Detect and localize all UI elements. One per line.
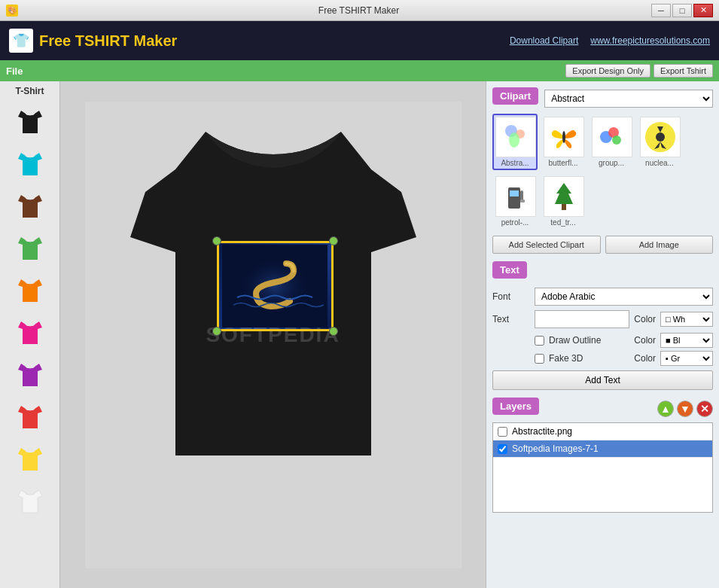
menu-bar: File Export Design Only Export Tshirt [0,60,719,81]
tshirt-color-black[interactable] [8,102,53,140]
export-tshirt-button[interactable]: Export Tshirt [653,64,713,78]
clipart-actions: Add Selected Clipart Add Image [492,236,713,254]
clipart-item-tedtr[interactable]: ted_tr... [541,173,586,230]
clipart-item-group[interactable]: group... [589,114,634,170]
menu-buttons: Export Design Only Export Tshirt [565,64,713,78]
text-section: Text Font Adobe Arabic Arial Times New R… [492,261,713,390]
outline-row: Draw Outline Color ■ Bl □ Wh [492,333,713,348]
maximize-button[interactable]: □ [672,4,692,17]
layer-item-1[interactable]: Abstractite.png [493,423,712,440]
handle-top-left[interactable] [212,236,221,245]
clipart-item-butterfly[interactable]: butterfl... [541,114,586,170]
app-header: 👕 Free TSHIRT Maker Download Clipart www… [0,21,719,60]
svg-point-5 [562,131,565,143]
tshirt-color-red[interactable] [8,398,53,435]
handle-bottom-left[interactable] [212,327,221,336]
outline-color-label: Color [634,335,656,346]
tshirt-color-panel: T-Shirt [0,81,60,588]
clipart-thumb-butterfly [544,117,584,157]
logo-icon: 👕 [9,29,33,53]
clipart-section-header: Clipart [492,87,538,105]
clipart-thumb-nuclear [640,117,681,157]
tshirt-color-yellow[interactable] [8,440,53,477]
website-link[interactable]: www.freepicturesolutions.com [590,35,710,46]
svg-point-10 [656,133,665,142]
export-design-button[interactable]: Export Design Only [565,64,650,78]
clipart-grid: Abstra... butterfl... group... [492,114,713,230]
tshirt-color-purple[interactable] [8,355,53,393]
draw-outline-label: Draw Outline [549,335,629,346]
layer-2-name: Softpedia Images-7-1 [512,443,708,454]
layer-1-checkbox[interactable] [498,427,507,437]
font-label: Font [492,291,530,302]
font-row: Font Adobe Arabic Arial Times New Roman … [492,288,713,306]
clipart-label-tedtr: ted_tr... [544,218,583,227]
layers-section-header: Layers [492,398,539,415]
logo-tshirt: TSHIRT [75,32,129,49]
logo: 👕 Free TSHIRT Maker [9,29,177,53]
fake3d-label: Fake 3D [549,353,629,364]
layer-delete-button[interactable]: ✕ [696,401,713,417]
clipart-label-butterfly: butterfl... [544,159,583,167]
file-menu-label[interactable]: File [6,66,23,77]
clipart-item-abstra[interactable]: Abstra... [492,114,538,170]
layer-controls: ▲ ▼ ✕ [657,401,713,417]
fake3d-checkbox[interactable] [535,354,544,364]
clipart-label-abstra: Abstra... [495,159,535,167]
canvas-area: SOFTPEDIA [60,81,486,588]
logo-free: Free [39,32,75,49]
logo-text: Free TSHIRT Maker [39,32,177,50]
tshirt-color-brown[interactable] [8,187,53,224]
text-section-header: Text [492,261,527,279]
clipart-category-select[interactable]: Abstract Animals Nature Sports Food Trav… [544,90,713,108]
clipart-label-group: group... [592,159,631,167]
clipart-thumb-abstra [495,117,536,157]
outline-color-select[interactable]: ■ Bl □ Wh [660,333,713,348]
layers-header-row: Layers ▲ ▼ ✕ [492,398,713,419]
tshirt-color-green[interactable] [8,229,53,267]
clipart-item-nuclear[interactable]: nuclea... [637,114,682,170]
clipart-item-petrol[interactable]: petrol-... [492,173,538,230]
tshirt-color-orange[interactable] [8,271,53,309]
logo-maker: Maker [129,32,177,49]
text-color-select[interactable]: □ Wh ■ Bl ■ Re [660,312,713,327]
clipart-thumb-group [592,117,632,157]
fake3d-color-label: Color [634,353,656,364]
clipart-thumb-tedtr [544,176,584,217]
layer-2-checkbox[interactable] [498,444,507,454]
add-image-button[interactable]: Add Image [605,236,714,254]
svg-point-4 [509,133,519,148]
header-links: Download Clipart www.freepicturesolution… [510,35,710,46]
clipart-label-petrol: petrol-... [495,218,535,227]
tshirt-color-pink[interactable] [8,313,53,351]
close-button[interactable]: ✕ [693,4,713,17]
svg-rect-16 [562,204,566,210]
minimize-button[interactable]: ─ [651,4,671,17]
text-color-label: Color [634,314,656,324]
download-clipart-link[interactable]: Download Clipart [510,35,578,46]
layer-item-2[interactable]: Softpedia Images-7-1 [493,440,712,458]
layer-down-button[interactable]: ▼ [677,401,693,417]
add-clipart-button[interactable]: Add Selected Clipart [492,236,601,254]
layer-1-name: Abstractite.png [512,426,708,437]
text-input[interactable] [535,310,629,328]
title-bar: 🎨 Free TSHIRT Maker ─ □ ✕ [0,0,719,21]
tshirt-color-white[interactable] [8,482,53,519]
canvas-inner: SOFTPEDIA [85,102,462,568]
svg-point-8 [612,136,621,145]
draw-outline-checkbox[interactable] [535,336,544,346]
clipart-thumb-petrol [495,176,536,217]
add-text-button[interactable]: Add Text [492,370,713,390]
right-panel: Clipart Abstract Animals Nature Sports F… [486,81,719,588]
layer-up-button[interactable]: ▲ [657,401,674,417]
design-container[interactable] [217,241,334,331]
tshirt-color-cyan[interactable] [8,145,53,182]
text-label: Text [492,314,530,324]
svg-rect-12 [510,190,519,197]
font-select[interactable]: Adobe Arabic Arial Times New Roman Verda… [535,288,713,306]
tshirt-panel-title: T-Shirt [3,86,56,96]
fake3d-color-select[interactable]: ▪ Gr □ Wh ■ Bl [660,351,713,366]
handle-top-right[interactable] [329,236,338,245]
layers-section: Layers ▲ ▼ ✕ Abstractite.png Softpedia I… [492,398,713,513]
handle-bottom-right[interactable] [329,327,338,336]
